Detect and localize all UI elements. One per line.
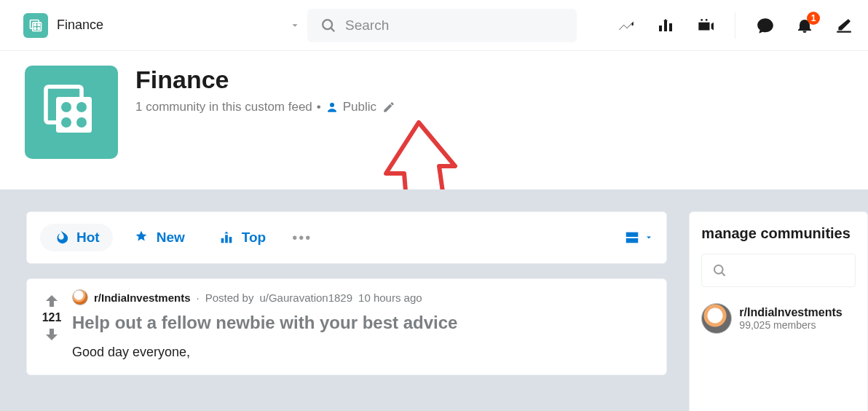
content-area: Hot New Top ••• 121 (0, 189, 868, 411)
svg-point-3 (38, 23, 40, 26)
svg-rect-21 (225, 235, 228, 243)
custom-feed-icon (23, 13, 48, 38)
chevron-down-icon (644, 233, 653, 242)
svg-rect-14 (56, 97, 92, 133)
sort-new-button[interactable]: New (120, 224, 198, 251)
svg-point-2 (34, 23, 36, 26)
svg-point-16 (76, 102, 87, 112)
search-icon (320, 17, 336, 34)
svg-point-12 (706, 19, 708, 21)
vote-column: 121 (31, 289, 72, 360)
layout-toggle[interactable] (624, 230, 653, 246)
sidebar-heading: manage communities (701, 225, 856, 242)
svg-point-19 (330, 103, 334, 107)
svg-point-18 (76, 117, 87, 128)
feed-title: Finance (135, 66, 395, 94)
sidebar-search[interactable] (701, 254, 856, 287)
person-icon (326, 101, 339, 114)
notification-badge: 1 (807, 12, 820, 25)
post-title[interactable]: Help out a fellow newbie with your best … (72, 313, 653, 333)
post-age: 10 hours ago (358, 291, 422, 304)
notifications-icon[interactable]: 1 (795, 16, 814, 35)
header-action-icons: 1 (617, 12, 853, 39)
author-link[interactable]: u/Gauravation1829 (259, 291, 352, 304)
top-header: Finance 1 (0, 0, 868, 51)
svg-point-17 (61, 117, 71, 128)
sidebar-sub-members: 99,025 members (739, 319, 842, 331)
svg-rect-8 (659, 26, 662, 31)
svg-point-5 (38, 27, 40, 29)
feed-selector-dropdown[interactable]: Finance (23, 13, 300, 38)
svg-rect-24 (626, 238, 639, 243)
subreddit-avatar-icon (701, 303, 732, 334)
svg-point-6 (323, 20, 332, 29)
post-card[interactable]: 121 r/IndiaInvestments · Posted by u/Gau… (26, 278, 667, 375)
sidebar-sub-name: r/IndiaInvestments (739, 306, 842, 319)
sort-hot-button[interactable]: Hot (40, 224, 113, 251)
community-count-text: 1 community in this custom feed (135, 100, 312, 114)
subreddit-link[interactable]: r/IndiaInvestments (94, 291, 191, 304)
post-meta: r/IndiaInvestments · Posted by u/Gaurava… (72, 289, 653, 305)
sort-top-button[interactable]: Top (205, 224, 279, 251)
feed-big-icon (25, 66, 118, 159)
svg-point-15 (61, 102, 71, 112)
svg-line-7 (331, 28, 335, 31)
svg-point-11 (701, 19, 703, 21)
feed-subtitle: 1 community in this custom feed • Public (135, 100, 395, 114)
feed-selector-label: Finance (57, 17, 103, 33)
sort-top-label: Top (242, 230, 266, 246)
svg-point-25 (714, 265, 723, 274)
sort-bar: Hot New Top ••• (26, 211, 667, 264)
visibility-label: Public (343, 100, 376, 114)
divider (735, 12, 735, 39)
chevron-down-icon (290, 20, 300, 31)
subreddit-avatar-icon[interactable] (72, 289, 88, 305)
posted-by-label: Posted by (205, 291, 254, 304)
svg-line-26 (722, 273, 725, 275)
upvote-button[interactable] (43, 292, 60, 310)
chat-icon[interactable] (756, 16, 775, 35)
sidebar-subreddit-row[interactable]: r/IndiaInvestments 99,025 members (701, 303, 856, 334)
all-icon[interactable] (656, 16, 675, 35)
search-input[interactable] (345, 17, 564, 34)
sort-hot-label: Hot (76, 230, 100, 246)
feed-banner: Finance 1 community in this custom feed … (0, 51, 868, 189)
search-bar[interactable] (307, 9, 577, 42)
sidebar-card: manage communities r/IndiaInvestments 99… (689, 211, 868, 411)
svg-point-4 (34, 27, 36, 29)
search-icon (712, 263, 727, 278)
svg-rect-20 (221, 238, 224, 243)
edit-pencil-icon[interactable] (382, 101, 395, 114)
post-excerpt: Good day everyone, (72, 345, 653, 360)
sort-new-label: New (157, 230, 185, 246)
svg-rect-9 (664, 21, 667, 31)
create-post-icon[interactable] (835, 16, 853, 35)
svg-rect-1 (33, 22, 42, 31)
svg-rect-23 (626, 232, 639, 237)
downvote-button[interactable] (43, 326, 60, 343)
rpan-icon[interactable] (695, 16, 714, 35)
sort-more-button[interactable]: ••• (286, 230, 317, 246)
popular-icon[interactable] (617, 16, 636, 35)
svg-rect-22 (229, 237, 232, 243)
svg-rect-10 (669, 23, 672, 31)
vote-score: 121 (42, 311, 62, 324)
meta-dot: · (197, 291, 200, 304)
